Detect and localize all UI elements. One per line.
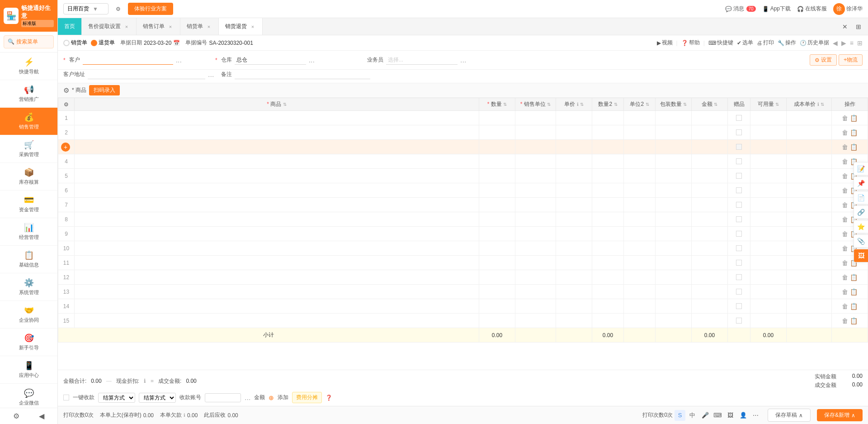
account-more-btn[interactable]: ... bbox=[245, 394, 250, 402]
tab-sales-delivery[interactable]: 销货单 × bbox=[180, 18, 219, 35]
salesperson-input[interactable] bbox=[386, 55, 458, 65]
delete-icon[interactable]: 🗑 bbox=[842, 303, 848, 310]
sidebar-item-basic-info[interactable]: 📋 基础信息 bbox=[0, 246, 57, 273]
row-1-amount[interactable] bbox=[692, 111, 728, 125]
grid-view-icon[interactable]: ⊞ bbox=[857, 39, 863, 47]
row-1-cost[interactable] bbox=[787, 111, 832, 125]
sales-order-close-icon[interactable]: × bbox=[167, 24, 174, 30]
scan-btn[interactable]: 扫码录入 bbox=[89, 85, 120, 95]
row-1-unit[interactable] bbox=[515, 111, 556, 125]
row-3-unit2[interactable] bbox=[624, 140, 656, 154]
right-panel-5[interactable]: ⭐ bbox=[854, 220, 868, 233]
settle-method-select[interactable]: 结算方式 bbox=[98, 393, 135, 403]
delete-icon[interactable]: 🗑 bbox=[842, 274, 848, 281]
account-input[interactable] bbox=[205, 393, 241, 402]
delete-icon[interactable]: 🗑 bbox=[842, 245, 848, 252]
salesperson-more-btn[interactable]: ... bbox=[460, 56, 466, 64]
tool-img-btn[interactable]: 🖼 bbox=[725, 410, 736, 421]
row-3-cost[interactable] bbox=[787, 140, 832, 154]
prev-record-icon[interactable]: ◀ bbox=[833, 39, 838, 47]
price-settings-close-icon[interactable]: × bbox=[123, 24, 130, 30]
row-1-qty[interactable] bbox=[479, 111, 515, 125]
gift-checkbox[interactable] bbox=[736, 202, 742, 208]
tool-s-btn[interactable]: S bbox=[675, 410, 685, 421]
remark-input[interactable] bbox=[235, 70, 370, 79]
row-3-qty2[interactable] bbox=[592, 140, 624, 154]
gift-checkbox[interactable] bbox=[736, 289, 742, 295]
row-1-product[interactable] bbox=[75, 111, 479, 125]
delete-icon-1[interactable]: 🗑 bbox=[842, 114, 848, 122]
maximize-btn[interactable]: ⊞ bbox=[853, 21, 864, 33]
row-1-qty2[interactable] bbox=[592, 111, 624, 125]
tab-sales-return[interactable]: 销货退货 × bbox=[219, 18, 263, 35]
sales-delivery-close-icon[interactable]: × bbox=[206, 24, 212, 30]
sidebar-item-operations[interactable]: 📊 经营管理 bbox=[0, 218, 57, 246]
row-2-cost[interactable] bbox=[787, 125, 832, 140]
row-3-unit[interactable] bbox=[515, 140, 556, 154]
sidebar-item-purchase[interactable]: 🛒 采购管理 bbox=[0, 135, 57, 163]
split-btn[interactable]: 费用分摊 bbox=[292, 392, 322, 403]
save-draft-button[interactable]: 保存草稿 ∧ bbox=[768, 409, 811, 422]
operation-action[interactable]: 🔧 操作 bbox=[778, 39, 796, 47]
add-payment-icon[interactable]: ⊕ bbox=[269, 394, 274, 401]
save-new-button[interactable]: 保存&新增 ∧ bbox=[817, 409, 863, 421]
delete-icon[interactable]: 🗑 bbox=[842, 259, 848, 267]
collapse-icon[interactable]: ◀ bbox=[39, 412, 44, 420]
radio-return[interactable]: 退货单 bbox=[91, 39, 115, 47]
row-1-unit2[interactable] bbox=[624, 111, 656, 125]
sidebar-item-system[interactable]: ⚙️ 系统管理 bbox=[0, 273, 57, 301]
delete-icon[interactable]: 🗑 bbox=[842, 201, 848, 209]
sidebar-item-enterprise[interactable]: 🤝 企业协同 bbox=[0, 301, 57, 329]
copy-icon[interactable]: 📋 bbox=[850, 288, 858, 295]
search-menu-button[interactable]: 🔍 搜索菜单 bbox=[4, 35, 54, 48]
warehouse-input[interactable] bbox=[235, 55, 306, 65]
gift-checkbox-2[interactable] bbox=[736, 129, 742, 135]
right-panel-3[interactable]: 📄 bbox=[854, 191, 868, 205]
gift-checkbox[interactable] bbox=[736, 260, 742, 266]
row-2-available[interactable] bbox=[750, 125, 787, 140]
topbar-gear-icon[interactable]: ⚙ bbox=[112, 4, 124, 14]
right-panel-1[interactable]: 📝 bbox=[854, 162, 868, 176]
gift-checkbox-1[interactable] bbox=[736, 115, 742, 121]
delete-icon[interactable]: 🗑 bbox=[842, 187, 848, 194]
table-wrap[interactable]: ⚙ * 商品 ⇅ * 数量 ⇅ * 销售单位 ⇅ bbox=[58, 98, 868, 370]
print-action[interactable]: 🖨 打印 bbox=[757, 39, 774, 47]
close-tab-btn[interactable]: ✕ bbox=[839, 21, 851, 33]
app-download-item[interactable]: 📱 App下载 bbox=[762, 5, 791, 13]
copy-icon[interactable]: 📋 bbox=[850, 303, 858, 310]
right-panel-7[interactable]: 🖼 bbox=[854, 249, 868, 262]
tab-home[interactable]: 首页 bbox=[58, 18, 82, 35]
sidebar-item-guide[interactable]: 🎯 新手引导 bbox=[0, 329, 57, 356]
gift-checkbox[interactable] bbox=[736, 216, 742, 222]
calendar-icon[interactable]: 📅 bbox=[173, 40, 180, 46]
gift-checkbox[interactable] bbox=[736, 303, 742, 309]
row-2-amount[interactable] bbox=[692, 125, 728, 140]
delete-icon-3[interactable]: 🗑 bbox=[842, 143, 848, 151]
delete-icon[interactable]: 🗑 bbox=[842, 230, 848, 238]
delete-icon[interactable]: 🗑 bbox=[842, 317, 848, 324]
right-panel-4[interactable]: 🔗 bbox=[854, 205, 868, 219]
row-3-available[interactable] bbox=[750, 140, 787, 154]
row-2-unit2[interactable] bbox=[624, 125, 656, 140]
row-2-qty[interactable] bbox=[479, 125, 515, 140]
sidebar-item-wechat[interactable]: 💬 企业微信 bbox=[0, 384, 57, 408]
next-record-icon[interactable]: ▶ bbox=[841, 39, 846, 47]
calc-method-select[interactable]: 结算方式 bbox=[139, 393, 176, 403]
row-1-pkg[interactable] bbox=[656, 111, 692, 125]
copy-icon[interactable]: 📋 bbox=[850, 317, 858, 324]
row-3-gift[interactable] bbox=[728, 140, 750, 154]
gift-checkbox[interactable] bbox=[736, 173, 742, 179]
right-panel-6[interactable]: 📎 bbox=[854, 234, 868, 248]
sidebar-item-sales[interactable]: 💰 销售管理 bbox=[0, 108, 57, 135]
gift-checkbox[interactable] bbox=[736, 245, 742, 251]
gift-checkbox[interactable] bbox=[736, 318, 742, 324]
select-action[interactable]: ✔ 选单 bbox=[737, 39, 753, 47]
shortcut-action[interactable]: ⌨ 快捷键 bbox=[708, 39, 733, 47]
one-click-pay-checkbox[interactable] bbox=[63, 395, 69, 400]
trial-button[interactable]: 体验行业方案 bbox=[128, 3, 173, 15]
help-action[interactable]: ❓ 帮助 bbox=[681, 39, 700, 47]
list-view-icon[interactable]: ≡ bbox=[850, 39, 854, 47]
row-2-pkg[interactable] bbox=[656, 125, 692, 140]
notification-item[interactable]: 💬 消息 70 bbox=[725, 5, 756, 13]
row-3-price[interactable] bbox=[556, 140, 592, 154]
